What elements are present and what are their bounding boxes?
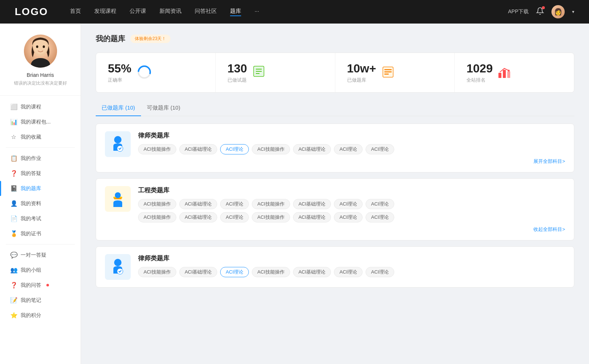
nav-item-more[interactable]: ···	[254, 8, 259, 16]
qbank-tag[interactable]: ACI技能操作	[138, 267, 176, 277]
navbar-logo[interactable]: LOGO	[15, 6, 48, 18]
stat-done-questions-label: 已做试题	[228, 77, 247, 83]
qbank-tag[interactable]: ACI基础理论	[179, 212, 218, 222]
sidebar-item-points[interactable]: ⭐ 我的积分	[0, 308, 81, 323]
sidebar-item-label: 我的课程包...	[21, 119, 51, 125]
nav-item-news[interactable]: 新闻资讯	[159, 8, 181, 16]
expand-link[interactable]: 展开全部科目>	[138, 158, 565, 165]
svg-rect-17	[507, 71, 510, 78]
svg-point-23	[115, 192, 121, 198]
qbank-tag[interactable]: ACI理论	[334, 212, 363, 222]
qbank-tag[interactable]: ACI基础理论	[293, 212, 331, 222]
stat-done-banks-value: 10w+	[347, 62, 376, 75]
nav-item-home[interactable]: 首页	[70, 8, 81, 16]
qbank-tag[interactable]: ACI理论	[334, 144, 363, 154]
sidebar-item-questions[interactable]: ❓ 我的答疑	[0, 166, 81, 181]
qbank-tag-highlighted[interactable]: ACI理论	[220, 267, 249, 277]
sidebar-item-label: 我的课程	[21, 104, 41, 110]
sidebar-item-label: 我的考试	[21, 215, 41, 222]
qbank-tag[interactable]: ACI理论	[366, 144, 394, 154]
banks-icon	[381, 65, 395, 80]
qbank-card-lawyer-1: 律师类题库 ACI技能操作 ACI基础理论 ACI理论 ACI技能操作 ACI基…	[96, 124, 574, 172]
qbank-tag[interactable]: ACI技能操作	[252, 212, 290, 222]
certificate-icon: 🏅	[10, 230, 17, 237]
qbank-icon: 📓	[10, 185, 17, 192]
tab-done-banks[interactable]: 已做题库 (10)	[96, 101, 141, 116]
stats-row: 55% 正确率 130 已做试题	[96, 53, 574, 93]
qbank-tag[interactable]: ACI理论	[220, 212, 249, 222]
sidebar-item-course-pack[interactable]: 📊 我的课程包...	[0, 114, 81, 129]
qbank-tag[interactable]: ACI基础理论	[179, 144, 218, 154]
qbank-card-header: 工程类题库 ACI技能操作 ACI基础理论 ACI理论 ACI技能操作 ACI基…	[105, 186, 565, 233]
page-title: 我的题库	[96, 34, 125, 44]
qbank-tag[interactable]: ACI技能操作	[138, 199, 176, 209]
qbank-name: 工程类题库	[138, 186, 565, 195]
page-header: 我的题库 体验剩余23天！	[96, 34, 574, 44]
stat-done-banks: 10w+ 已做题库	[335, 53, 455, 92]
navbar: LOGO 首页 发现课程 公开课 新闻资讯 问答社区 题库 ··· APP下载 …	[0, 0, 589, 24]
sidebar-item-one-on-one[interactable]: 💬 一对一答疑	[0, 247, 81, 263]
sidebar-item-profile[interactable]: 👤 我的资料	[0, 196, 81, 211]
accuracy-chart-icon	[137, 64, 152, 81]
qbank-tag[interactable]: ACI技能操作	[138, 212, 176, 222]
sidebar-item-exam[interactable]: 📄 我的考试	[0, 211, 81, 226]
qbank-tag[interactable]: ACI基础理论	[179, 199, 218, 209]
qbank-tag-highlighted[interactable]: ACI理论	[220, 144, 249, 154]
qbank-tag[interactable]: ACI基础理论	[293, 199, 331, 209]
stat-ranking: 1029 全站排名	[455, 53, 574, 92]
nav-item-qa[interactable]: 问答社区	[195, 8, 217, 16]
navbar-right: APP下载 👩 ▾	[508, 5, 574, 18]
qbank-lawyer-icon-2	[105, 254, 131, 280]
app-download-link[interactable]: APP下载	[508, 8, 529, 15]
sidebar-item-qbank[interactable]: 📓 我的题库	[0, 181, 81, 196]
courses-icon: ⬜	[10, 103, 17, 110]
sidebar-item-group[interactable]: 👥 我的小组	[0, 263, 81, 278]
tab-available-banks[interactable]: 可做题库 (10)	[141, 101, 186, 116]
qbank-tag[interactable]: ACI理论	[366, 267, 394, 277]
collapse-link[interactable]: 收起全部科目>	[138, 226, 565, 233]
qbank-tag[interactable]: ACI技能操作	[138, 144, 176, 154]
qbank-tag[interactable]: ACI理论	[366, 212, 394, 222]
qbank-tag[interactable]: ACI理论	[220, 199, 249, 209]
qbank-tag[interactable]: ACI技能操作	[252, 144, 290, 154]
divider-1	[6, 147, 75, 148]
svg-point-19	[114, 136, 121, 143]
course-pack-icon: 📊	[10, 118, 17, 125]
points-icon: ⭐	[10, 312, 17, 319]
qbank-tags: ACI技能操作 ACI基础理论 ACI理论 ACI技能操作 ACI基础理论 AC…	[138, 144, 565, 154]
svg-point-24	[114, 259, 121, 266]
notification-bell[interactable]	[536, 7, 544, 17]
sidebar-item-label: 我的笔记	[21, 297, 41, 304]
qbank-tag[interactable]: ACI理论	[366, 199, 394, 209]
stat-done-questions-value: 130	[228, 62, 247, 75]
sidebar-item-homework[interactable]: 📋 我的作业	[0, 151, 81, 166]
nav-item-open-course[interactable]: 公开课	[130, 8, 146, 16]
sidebar-profile: Brian Harris 错误的决定比没有决定要好	[0, 35, 81, 96]
page-wrapper: Brian Harris 错误的决定比没有决定要好 ⬜ 我的课程 📊 我的课程包…	[0, 24, 589, 364]
nav-item-discover[interactable]: 发现课程	[94, 8, 116, 16]
group-icon: 👥	[10, 267, 17, 274]
qbank-tag[interactable]: ACI技能操作	[252, 199, 290, 209]
qbank-tag[interactable]: ACI理论	[334, 267, 363, 277]
sidebar-item-label: 我的收藏	[21, 134, 41, 140]
user-avatar[interactable]: 👩	[551, 5, 565, 18]
qbank-tag[interactable]: ACI基础理论	[179, 267, 218, 277]
divider-2	[6, 244, 75, 245]
sidebar-item-certificate[interactable]: 🏅 我的证书	[0, 226, 81, 241]
qbank-tag[interactable]: ACI基础理论	[293, 144, 331, 154]
qbank-lawyer-icon	[105, 131, 131, 157]
qbank-tag[interactable]: ACI技能操作	[252, 267, 290, 277]
nav-item-qbank[interactable]: 题库	[230, 8, 241, 16]
sidebar-item-label: 我的题库	[21, 185, 41, 192]
sidebar-item-favorites[interactable]: ☆ 我的收藏	[0, 129, 81, 144]
sidebar-item-my-courses[interactable]: ⬜ 我的课程	[0, 99, 81, 114]
sidebar-item-my-qa[interactable]: ❓ 我的问答	[0, 278, 81, 293]
user-motto: 错误的决定比没有决定要好	[7, 80, 73, 86]
sidebar-item-notes[interactable]: 📝 我的笔记	[0, 293, 81, 308]
stat-accuracy-text: 55% 正确率	[108, 62, 131, 83]
stat-done-banks-text: 10w+ 已做题库	[347, 62, 376, 83]
user-menu-arrow[interactable]: ▾	[572, 9, 574, 14]
qbank-tag[interactable]: ACI基础理论	[293, 267, 331, 277]
stat-accuracy-label: 正确率	[108, 77, 131, 83]
qbank-tag[interactable]: ACI理论	[334, 199, 363, 209]
